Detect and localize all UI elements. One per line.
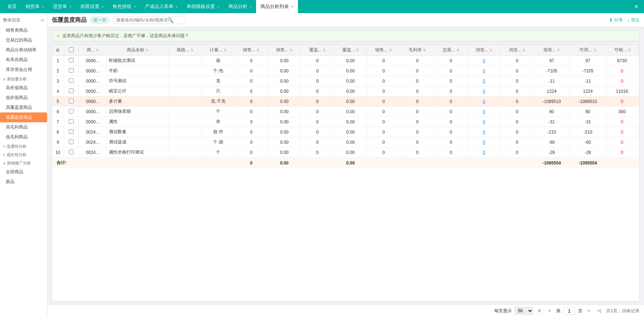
browse-link[interactable]: 0 bbox=[483, 58, 485, 63]
table-cell: 0 bbox=[500, 117, 534, 127]
next-page-button[interactable]: > bbox=[585, 308, 592, 314]
sidebar-section-label[interactable]: >成长性分析 bbox=[0, 150, 47, 159]
search-input[interactable] bbox=[116, 17, 167, 23]
table-cell: -210 bbox=[570, 127, 606, 137]
search-icon[interactable]: 🔍 bbox=[167, 17, 173, 23]
col-header-sales_amount[interactable]: 销售... ⇅ bbox=[268, 45, 301, 56]
table-cell: 0.00 bbox=[334, 137, 367, 147]
table-cell: 袋,件 bbox=[201, 127, 235, 137]
col-header-settings[interactable]: ⚙ bbox=[52, 45, 64, 56]
search-box: 🔍 bbox=[113, 16, 186, 24]
row-checkbox[interactable] bbox=[69, 139, 74, 144]
time-filter-button[interactable]: 近一月 bbox=[90, 16, 110, 24]
nav-item-商品分析[interactable]: 商品分析× bbox=[224, 0, 256, 13]
browse-link[interactable]: 0 bbox=[483, 89, 485, 94]
export-button[interactable]: ↓ 导出 bbox=[627, 17, 640, 23]
col-header-browse1[interactable]: 浏览... ⇅ bbox=[467, 45, 500, 56]
nav-close-icon[interactable]: × bbox=[42, 4, 44, 9]
sidebar-item[interactable]: 销售类商品 bbox=[0, 25, 47, 35]
row-checkbox[interactable] bbox=[69, 129, 74, 134]
first-page-button[interactable]: K bbox=[536, 308, 543, 314]
col-header-coverage1[interactable]: 覆盖... ⇅ bbox=[301, 45, 334, 56]
col-header-checkbox[interactable] bbox=[64, 45, 78, 56]
nav-item-首页[interactable]: 首页 bbox=[3, 0, 21, 13]
col-header-name[interactable]: 商品名称 ⇅ bbox=[107, 45, 169, 56]
nav-close-icon[interactable]: × bbox=[134, 4, 136, 9]
sidebar-item[interactable]: 高覆盖度商品 bbox=[0, 103, 47, 112]
share-button[interactable]: ⬆ 分享 bbox=[609, 17, 623, 23]
close-all-button[interactable]: × bbox=[631, 3, 641, 11]
browse-link[interactable]: 0 bbox=[483, 109, 485, 114]
sidebar-item[interactable]: 低覆盖度商品 bbox=[0, 112, 47, 122]
sidebar-item[interactable]: 高毛利商品 bbox=[0, 122, 47, 132]
col-header-spec[interactable]: 规格... ⇅ bbox=[169, 45, 202, 56]
col-header-sales_count[interactable]: 销售... ⇅ bbox=[235, 45, 268, 56]
sidebar-item[interactable]: 交易过的商品 bbox=[0, 35, 47, 45]
sidebar-item[interactable]: 商品分类动销率 bbox=[0, 45, 47, 55]
row-checkbox[interactable] bbox=[69, 109, 74, 114]
table-cell: 11016: bbox=[606, 86, 639, 96]
nav-close-icon[interactable]: × bbox=[291, 4, 293, 9]
nav-close-icon[interactable]: × bbox=[69, 4, 71, 9]
col-header-coverage2[interactable]: 覆盖... ⇅ bbox=[334, 45, 367, 56]
col-header-gross_margin[interactable]: 毛利率 ⇅ bbox=[400, 45, 435, 56]
nav-item-权限设置[interactable]: 权限设置× bbox=[76, 0, 108, 13]
page-number-input[interactable] bbox=[564, 307, 575, 315]
sidebar-section-label[interactable]: ∨类别量分析 bbox=[0, 75, 47, 83]
browse-link[interactable]: 0 bbox=[483, 68, 485, 74]
sidebar-item[interactable]: 低毛利商品 bbox=[0, 132, 47, 142]
sidebar-item[interactable]: 新品 bbox=[0, 177, 47, 187]
col-header-saleable[interactable]: 可销... ⇅ bbox=[606, 45, 639, 56]
browse-link[interactable]: 0 bbox=[483, 130, 485, 135]
nav-close-icon[interactable]: × bbox=[217, 4, 219, 9]
browse-link[interactable]: 0 bbox=[483, 150, 485, 155]
nav-item-销货单[interactable]: 销货单× bbox=[21, 0, 48, 13]
row-checkbox[interactable] bbox=[69, 150, 74, 154]
last-page-button[interactable]: >| bbox=[595, 308, 603, 314]
row-checkbox[interactable] bbox=[69, 99, 74, 103]
sidebar-item[interactable]: 库存资金占用 bbox=[0, 65, 47, 75]
col-header-available_stock[interactable]: 可用... ⇅ bbox=[570, 45, 606, 56]
col-header-browse2[interactable]: 浏览... ⇅ bbox=[500, 45, 534, 56]
table-cell: 0000... bbox=[78, 96, 106, 107]
row-checkbox[interactable] bbox=[69, 119, 74, 124]
sidebar-item[interactable]: 低价值商品 bbox=[0, 93, 47, 103]
nav-item-单据模板设置[interactable]: 单据模板设置× bbox=[182, 0, 224, 13]
browse-link[interactable]: 0 bbox=[483, 79, 485, 84]
star-icon: ✦ bbox=[56, 33, 60, 39]
sort-icon: ⇅ bbox=[628, 48, 631, 52]
col-header-sales_other[interactable]: 销售... ⇅ bbox=[367, 45, 400, 56]
row-checkbox[interactable] bbox=[69, 58, 74, 63]
nav-close-icon[interactable]: × bbox=[250, 4, 252, 9]
nav-close-icon[interactable]: × bbox=[176, 4, 178, 9]
row-checkbox[interactable] bbox=[69, 68, 74, 73]
col-header-current_stock[interactable]: 现有... ⇅ bbox=[534, 45, 570, 56]
col-header-trade[interactable]: 交易... ⇅ bbox=[434, 45, 467, 56]
browse-link[interactable]: 0 bbox=[483, 99, 485, 104]
sidebar-section-label[interactable]: >流通性分析 bbox=[0, 142, 47, 150]
info-banner: ✦ 这类商品只有很少客户购买过，是推广不够，还是商品本身问题？ bbox=[52, 30, 640, 41]
sidebar-item[interactable]: 全部商品 bbox=[0, 167, 47, 177]
select-all-checkbox[interactable] bbox=[69, 47, 74, 52]
nav-close-icon[interactable]: × bbox=[102, 4, 104, 9]
row-checkbox[interactable] bbox=[69, 78, 74, 83]
nav-item-角色授权[interactable]: 角色授权× bbox=[108, 0, 140, 13]
sidebar-section-label[interactable]: ∨营销推广分析 bbox=[0, 159, 47, 167]
sidebar-item[interactable]: 有库存商品 bbox=[0, 55, 47, 65]
table-wrapper[interactable]: ⚙商... ⇅商品名称 ⇅规格... ⇅计量... ⇅销售... ⇅销售... … bbox=[52, 44, 640, 301]
col-header-unit[interactable]: 计量... ⇅ bbox=[201, 45, 235, 56]
col-header-code[interactable]: 商... ⇅ bbox=[78, 45, 106, 56]
browse-link[interactable]: 0 bbox=[483, 140, 485, 145]
page-size-select[interactable]: 102050100 bbox=[515, 307, 533, 315]
prev-page-button[interactable]: < bbox=[546, 308, 553, 314]
browse-link[interactable]: 0 bbox=[483, 119, 485, 124]
nav-item-进货单[interactable]: 进货单× bbox=[48, 0, 76, 13]
table-cell: 0 bbox=[500, 66, 534, 76]
sort-icon: ⇅ bbox=[456, 48, 459, 52]
row-checkbox[interactable] bbox=[69, 88, 74, 93]
table-cell: 0 bbox=[367, 117, 400, 127]
nav-item-商品分析列表[interactable]: 商品分析列表× bbox=[256, 0, 298, 13]
nav-item-产成品入库单[interactable]: 产成品入库单× bbox=[141, 0, 182, 13]
sidebar-item[interactable]: 高价值商品 bbox=[0, 83, 47, 93]
sidebar-toggle[interactable]: « bbox=[41, 17, 44, 23]
